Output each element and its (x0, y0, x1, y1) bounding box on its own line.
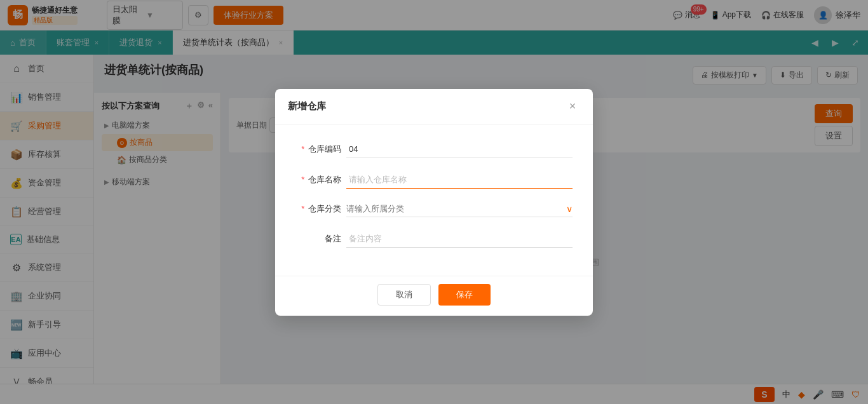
category-label: * 仓库分类 (295, 203, 346, 215)
code-input[interactable] (346, 140, 573, 158)
code-label: * 仓库编码 (295, 144, 346, 155)
form-row-name: * 仓库名称 (295, 171, 573, 189)
dialog-body: * 仓库编码 * 仓库名称 * 仓库分类 (275, 125, 593, 276)
dialog-close-button[interactable]: × (565, 99, 580, 114)
required-mark-name: * (301, 175, 304, 184)
category-select-wrap[interactable]: ∨ (346, 201, 573, 217)
dialog-footer: 取消 保存 (275, 276, 593, 316)
form-row-category: * 仓库分类 ∨ (295, 201, 573, 217)
save-button[interactable]: 保存 (438, 284, 491, 306)
category-input[interactable] (346, 204, 566, 213)
form-row-remark: 备注 (295, 230, 573, 248)
name-input[interactable] (346, 171, 573, 189)
dialog-header: 新增仓库 × (275, 89, 593, 125)
new-warehouse-dialog: 新增仓库 × * 仓库编码 * 仓库名称 (275, 89, 593, 316)
remark-input[interactable] (346, 230, 573, 248)
remark-label: 备注 (295, 233, 346, 245)
required-mark: * (301, 144, 304, 154)
name-label: * 仓库名称 (295, 174, 346, 185)
overlay: 新增仓库 × * 仓库编码 * 仓库名称 (0, 0, 868, 404)
dialog-title: 新增仓库 (288, 100, 326, 112)
form-row-code: * 仓库编码 (295, 140, 573, 158)
required-mark-category: * (301, 204, 304, 213)
cancel-button[interactable]: 取消 (377, 284, 431, 306)
category-chevron-icon: ∨ (566, 204, 573, 214)
